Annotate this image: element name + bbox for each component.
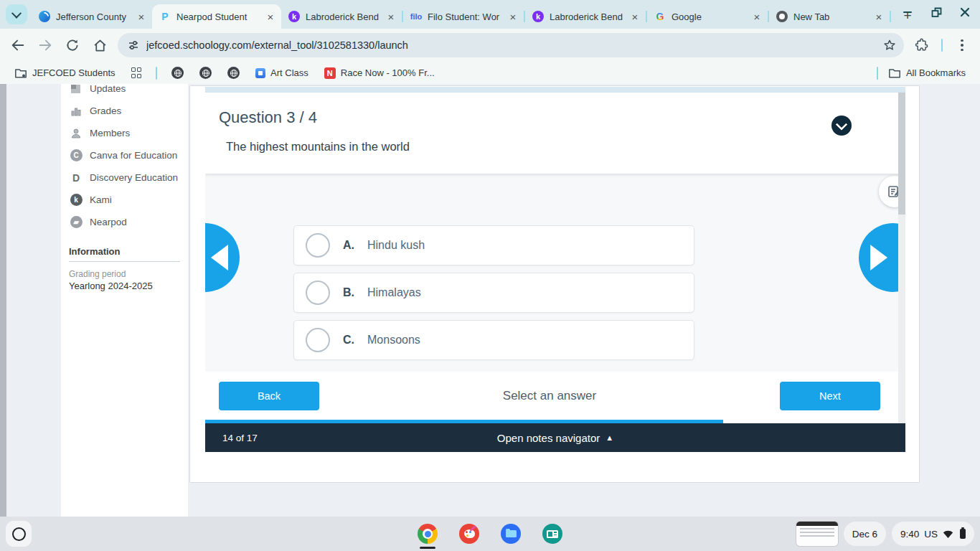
- address-bar[interactable]: jefcoed.schoology.com/external_tool/3102…: [118, 33, 904, 57]
- shelf-status-area: Dec 6 9:40 US: [796, 522, 974, 546]
- sidebar-item-grades[interactable]: Grades: [69, 100, 188, 122]
- tab-title: Google: [672, 11, 745, 22]
- reload-button[interactable]: [60, 33, 85, 57]
- answer-list: A. Hindu kush B. Himalayas C. Monsoons: [293, 225, 694, 360]
- browser-menu-button[interactable]: [950, 33, 974, 57]
- close-window-button[interactable]: [958, 6, 971, 19]
- sidebar-item-discovery[interactable]: D Discovery Education: [69, 166, 188, 189]
- answer-status-text: Select an answer: [319, 389, 780, 403]
- radio-button[interactable]: [306, 233, 330, 258]
- answer-option-a[interactable]: A. Hindu kush: [293, 225, 694, 265]
- bookmark-race-now[interactable]: N Race Now - 100% Fr...: [319, 65, 440, 81]
- bookmark-globe-1[interactable]: [166, 65, 189, 81]
- player-top-strip: [205, 87, 905, 93]
- answer-option-b[interactable]: B. Himalayas: [293, 273, 694, 313]
- tab-title: Labroderick Bend: [550, 11, 623, 22]
- close-icon[interactable]: ×: [628, 10, 641, 23]
- grading-period-value: Yearlong 2024-2025: [69, 281, 188, 291]
- course-sidebar: Updates Grades Members C: [61, 84, 188, 517]
- bookmark-globe-2[interactable]: [194, 65, 217, 81]
- scrollbar-thumb[interactable]: [898, 93, 905, 215]
- grading-period-label: Grading period: [69, 269, 188, 279]
- chrome-mono-favicon: [776, 11, 788, 22]
- radio-button[interactable]: [306, 328, 330, 352]
- information-divider: [69, 261, 180, 262]
- bookmark-globe-3[interactable]: [222, 65, 245, 81]
- close-icon[interactable]: ×: [385, 10, 397, 23]
- managed-folder-label: JEFCOED Students: [32, 67, 116, 78]
- all-bookmarks-label: All Bookmarks: [906, 67, 966, 78]
- sidebar-item-label: Discovery Education: [90, 172, 178, 183]
- wifi-icon: [943, 529, 953, 539]
- answer-option-c[interactable]: C. Monsoons: [293, 320, 694, 360]
- date-pill[interactable]: Dec 6: [844, 522, 886, 546]
- url-text[interactable]: jefcoed.schoology.com/external_tool/3102…: [146, 39, 875, 51]
- sidebar-item-label: Updates: [90, 84, 126, 94]
- art-class-favicon: [255, 68, 265, 78]
- nearpod-icon: ▰: [69, 215, 83, 230]
- chrome-app-icon[interactable]: [418, 524, 438, 544]
- answers-area: A. Hindu kush B. Himalayas C. Monsoons: [205, 174, 905, 372]
- quiz-back-button[interactable]: Back: [219, 382, 319, 410]
- window-controls: [901, 6, 971, 19]
- sidebar-item-kami[interactable]: k Kami: [69, 189, 188, 211]
- nearpod-player: Question 3 / 4 The highest mountains in …: [205, 87, 905, 452]
- home-button[interactable]: [88, 33, 112, 57]
- close-icon[interactable]: ×: [264, 10, 277, 23]
- tab-title: Nearpod Student: [176, 11, 258, 22]
- sidebar-item-members[interactable]: Members: [69, 122, 188, 144]
- restore-button[interactable]: [930, 6, 943, 19]
- bookmark-star-button[interactable]: [882, 38, 897, 52]
- minimize-button[interactable]: [901, 6, 914, 19]
- battery-icon: [960, 529, 966, 539]
- close-icon[interactable]: ×: [872, 10, 885, 23]
- answer-letter: C.: [343, 334, 354, 347]
- tab-labroderick-2[interactable]: k Labroderick Bend ×: [525, 4, 646, 29]
- collapse-question-button[interactable]: [831, 116, 852, 136]
- answer-text: Monsoons: [367, 334, 420, 347]
- tab-title: Jefferson County: [56, 11, 129, 22]
- tab-new-tab[interactable]: New Tab ×: [769, 4, 890, 29]
- canvas-app-icon[interactable]: [459, 524, 479, 544]
- close-icon[interactable]: ×: [750, 10, 763, 23]
- apps-shortcut[interactable]: [126, 65, 148, 80]
- tab-nearpod-student[interactable]: P Nearpod Student ×: [152, 4, 281, 29]
- sidebar-item-canva[interactable]: C Canva for Education: [69, 144, 188, 166]
- close-icon[interactable]: ×: [135, 10, 148, 23]
- tab-jefferson-county[interactable]: Jefferson County ×: [32, 4, 152, 29]
- quiz-next-button[interactable]: Next: [780, 382, 880, 410]
- sidebar-item-updates[interactable]: Updates: [69, 84, 188, 100]
- iframe-scrollbar[interactable]: [898, 93, 905, 423]
- answer-text: Hindu kush: [367, 239, 425, 252]
- back-arrow-icon: [10, 37, 26, 53]
- tab-search-button[interactable]: [6, 4, 27, 24]
- bookmark-art-class[interactable]: Art Class: [250, 65, 314, 80]
- radio-button[interactable]: [306, 281, 330, 305]
- tab-google[interactable]: G Google ×: [647, 4, 768, 29]
- question-card: Question 3 / 4 The highest mountains in …: [205, 93, 905, 174]
- tab-labroderick-1[interactable]: k Labroderick Bend ×: [281, 4, 402, 29]
- tab-filo-student[interactable]: filo Filo Student: Wor ×: [403, 4, 524, 29]
- all-bookmarks-button[interactable]: All Bookmarks: [882, 65, 971, 81]
- extensions-button[interactable]: [910, 33, 934, 57]
- filo-favicon: filo: [410, 11, 422, 22]
- home-icon: [93, 38, 108, 53]
- window-preview-thumbnail[interactable]: [796, 522, 838, 546]
- apps-grid-icon: [131, 67, 142, 78]
- arrow-right-icon: [870, 245, 887, 270]
- tab-strip: Jefferson County × P Nearpod Student × k…: [0, 0, 980, 29]
- close-icon[interactable]: ×: [507, 10, 519, 23]
- time-text: 9:40: [900, 529, 919, 540]
- back-button[interactable]: [6, 33, 30, 57]
- status-tray[interactable]: 9:40 US: [892, 522, 974, 546]
- managed-bookmarks-folder[interactable]: JEFCOED Students: [9, 65, 121, 81]
- notes-navigator-label: Open notes navigator: [497, 432, 600, 444]
- managed-folder-icon: [14, 67, 27, 79]
- teal-app-icon[interactable]: [542, 524, 562, 544]
- forward-button[interactable]: [33, 33, 57, 57]
- sidebar-item-nearpod[interactable]: ▰ Nearpod: [69, 211, 188, 233]
- files-app-icon[interactable]: [501, 524, 521, 544]
- reload-icon: [65, 38, 80, 52]
- open-notes-navigator-button[interactable]: Open notes navigator ▲: [497, 432, 613, 444]
- previous-slide-arrow[interactable]: [205, 223, 240, 292]
